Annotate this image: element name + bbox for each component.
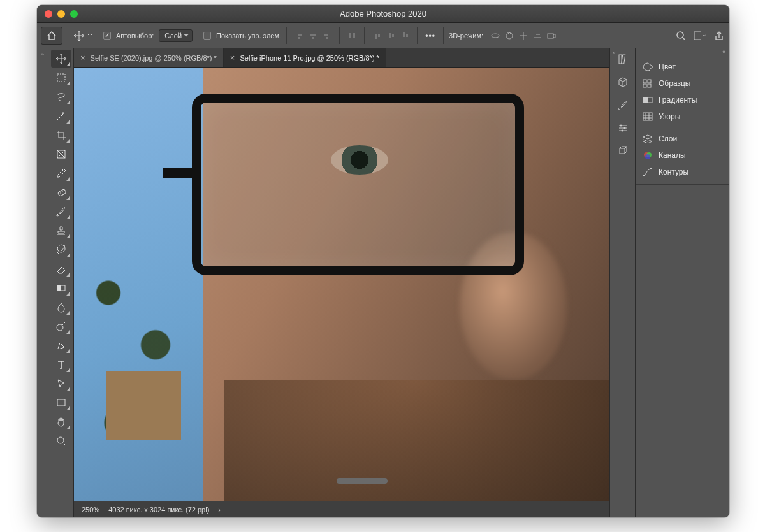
hand-tool[interactable] — [51, 413, 71, 431]
3d-orbit-button[interactable] — [488, 29, 502, 43]
status-flyout-icon[interactable]: › — [218, 506, 221, 514]
app-window: Adobe Photoshop 2020 Автовыбор: Слой Пок… — [37, 5, 729, 517]
svg-rect-34 — [650, 168, 652, 169]
align-vcenter-button[interactable] — [384, 29, 398, 43]
history-brush-tool[interactable] — [51, 241, 71, 259]
toolbox — [48, 48, 74, 517]
3d-materials-panel-icon[interactable] — [615, 75, 631, 89]
crop-tool[interactable] — [51, 126, 71, 144]
separator — [68, 27, 68, 44]
hand-icon — [55, 416, 67, 428]
lasso-tool[interactable] — [51, 88, 71, 106]
libraries-panel-icon[interactable] — [615, 52, 631, 66]
eyedropper-tool[interactable] — [51, 164, 71, 182]
auto-select-checkbox[interactable] — [103, 32, 111, 40]
heal-icon — [55, 187, 67, 198]
marquee-tool[interactable] — [51, 69, 71, 87]
panel-group-color: Цвет Образцы Градиенты Узоры — [636, 57, 729, 129]
move-tool[interactable] — [51, 50, 71, 68]
paths-icon — [642, 167, 653, 177]
zoom-level[interactable]: 250% — [82, 506, 99, 514]
blur-tool[interactable] — [51, 298, 71, 316]
svg-point-11 — [60, 192, 61, 194]
minimize-window-button[interactable] — [57, 10, 65, 18]
3d-pan-button[interactable] — [516, 29, 530, 43]
close-tab-icon[interactable]: × — [230, 53, 235, 62]
workspace-switcher[interactable] — [694, 29, 706, 42]
align-bottom-icon — [400, 31, 409, 40]
close-window-button[interactable] — [45, 10, 52, 18]
wand-tool[interactable] — [51, 107, 71, 125]
eraser-icon — [55, 263, 67, 275]
panel-layers[interactable]: Слои — [636, 131, 729, 147]
panel-color[interactable]: Цвет — [636, 59, 729, 75]
3d-camera-button[interactable] — [544, 29, 558, 43]
blur-icon — [55, 301, 67, 313]
dodge-icon — [55, 320, 67, 332]
align-hcenter-button[interactable] — [306, 29, 320, 43]
brush-tool[interactable] — [51, 203, 71, 220]
share-button[interactable] — [713, 29, 725, 42]
document-tab[interactable]: × Selfie iPhone 11 Pro.jpg @ 250% (RGB/8… — [224, 48, 386, 67]
more-align-button[interactable]: ••• — [423, 29, 438, 43]
pen-tool[interactable] — [51, 336, 71, 354]
align-group-horizontal — [292, 29, 334, 43]
frame-tool[interactable] — [51, 145, 71, 163]
heal-tool[interactable] — [51, 183, 71, 201]
zoom-window-button[interactable] — [70, 10, 78, 18]
dock-collapse-handle[interactable]: « — [636, 48, 729, 57]
mode-3d-buttons — [488, 29, 558, 43]
svg-point-21 — [623, 127, 625, 129]
wand-icon — [55, 110, 67, 122]
3d-slide-button[interactable] — [530, 29, 544, 43]
type-tool[interactable] — [51, 356, 71, 373]
current-tool-indicator[interactable] — [73, 30, 92, 41]
brush-panel-icon[interactable] — [615, 98, 631, 112]
svg-point-12 — [62, 191, 63, 192]
stamp-tool[interactable] — [51, 222, 71, 240]
panel-gradients[interactable]: Градиенты — [636, 92, 729, 108]
pan-icon — [518, 31, 528, 40]
distribute-icon — [347, 31, 356, 40]
distribute-h-button[interactable] — [345, 29, 359, 43]
status-bar: 250% 4032 пикс. x 3024 пикс. (72 ppi) › — [74, 501, 609, 517]
path-select-tool[interactable] — [51, 375, 71, 392]
panel-paths[interactable]: Контуры — [636, 164, 729, 180]
zoom-tool[interactable] — [51, 432, 71, 450]
align-top-button[interactable] — [370, 29, 384, 43]
show-transform-controls-checkbox[interactable] — [203, 32, 211, 40]
svg-rect-23 — [643, 80, 646, 83]
3d-panel-icon[interactable] — [615, 144, 631, 158]
dodge-tool[interactable] — [51, 317, 71, 335]
auto-select-mode-dropdown[interactable]: Слой — [159, 29, 193, 42]
search-button[interactable] — [674, 29, 687, 42]
eraser-tool[interactable] — [51, 260, 71, 278]
separator — [286, 27, 287, 44]
brush-icon — [55, 206, 67, 217]
separator — [417, 27, 418, 44]
align-left-button[interactable] — [292, 29, 306, 43]
marquee-icon — [56, 73, 66, 83]
align-bottom-button[interactable] — [398, 29, 412, 43]
home-button[interactable] — [41, 27, 62, 45]
3d-roll-button[interactable] — [502, 29, 516, 43]
adjustments-panel-icon[interactable] — [615, 121, 631, 135]
slide-icon — [532, 31, 543, 40]
document-area: × Selfie SE (2020).jpg @ 250% (RGB/8*) *… — [74, 48, 609, 517]
close-tab-icon[interactable]: × — [80, 53, 85, 62]
dock-collapse-handle[interactable]: « — [613, 50, 616, 56]
left-dock-collapse[interactable]: » — [37, 48, 48, 517]
panel-patterns[interactable]: Узоры — [636, 108, 729, 125]
channels-icon — [642, 150, 653, 161]
photo-glasses-region — [192, 94, 524, 276]
horizontal-scrollbar-thumb[interactable] — [337, 478, 388, 484]
align-vcenter-icon — [386, 31, 395, 40]
panel-channels[interactable]: Каналы — [636, 147, 729, 164]
canvas-viewport[interactable] — [74, 68, 609, 501]
shape-tool[interactable] — [51, 394, 71, 412]
document-tab[interactable]: × Selfie SE (2020).jpg @ 250% (RGB/8*) * — [74, 48, 224, 67]
layers-icon — [642, 134, 653, 144]
panel-swatches[interactable]: Образцы — [636, 75, 729, 92]
gradient-tool[interactable] — [51, 279, 71, 297]
align-right-button[interactable] — [320, 29, 334, 43]
